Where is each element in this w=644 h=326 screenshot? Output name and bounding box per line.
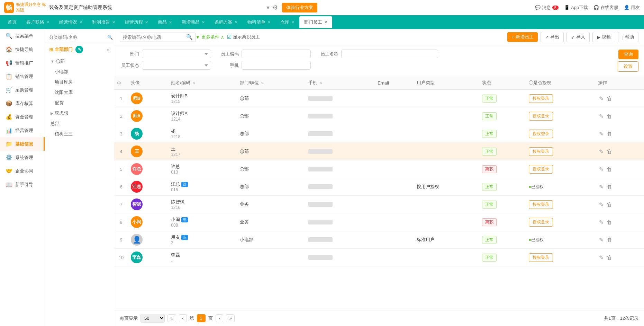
current-page-button[interactable]: 1 — [197, 314, 206, 322]
tab-new-goods[interactable]: 新增商品 ✕ — [177, 16, 210, 28]
more-filter-button[interactable]: ▼ 更多条件 ∧ — [196, 34, 224, 40]
delete-button[interactable]: 🗑 — [607, 202, 612, 208]
col-settings-btn[interactable]: ⚙ — [114, 76, 128, 90]
delete-button[interactable]: 🗑 — [607, 166, 612, 172]
close-icon[interactable]: ✕ — [169, 20, 172, 25]
tab-history[interactable]: 经营历程 ✕ — [120, 16, 153, 28]
last-page-button[interactable]: » — [226, 314, 235, 322]
edit-button[interactable]: ✎ — [599, 202, 604, 208]
delete-button[interactable]: 🗑 — [607, 255, 612, 261]
sidebar-item-nav[interactable]: 🏠 快捷导航 — [0, 43, 45, 56]
sidebar-item-finance[interactable]: 💰 资金管理 — [0, 110, 45, 124]
dept-node-shuanglv[interactable]: ▶ 双虑想 — [45, 108, 114, 118]
sidebar-item-guide[interactable]: 📖 新手引导 — [0, 178, 45, 191]
show-resigned-toggle[interactable]: ☑ 显示离职员工 — [227, 34, 260, 40]
sidebar-item-basic[interactable]: 📁 基础信息 — [0, 137, 45, 151]
edit-button[interactable]: ✎ — [599, 237, 604, 243]
tab-barcode[interactable]: 条码方案 ✕ — [210, 16, 243, 28]
settings-gear-icon[interactable]: ⚙ — [117, 80, 121, 86]
sort-icon-phone[interactable]: ⇅ — [319, 81, 322, 85]
dept-node-xbd[interactable]: 小电部 — [45, 67, 114, 77]
auth-login-button[interactable]: 授权登录 — [529, 200, 553, 209]
auth-login-button[interactable]: 授权登录 — [529, 112, 553, 121]
sidebar-item-system[interactable]: ⚙️ 系统管理 — [0, 151, 45, 164]
close-icon[interactable]: ✕ — [267, 20, 271, 25]
sidebar-item-cooperation[interactable]: 🤝 企业协同 — [0, 164, 45, 178]
emp-status-select[interactable] — [142, 61, 211, 70]
dept-filter-select[interactable] — [142, 50, 211, 58]
edit-button[interactable]: ✎ — [599, 113, 604, 119]
emp-code-input[interactable] — [242, 50, 311, 58]
delete-button[interactable]: 🗑 — [607, 219, 612, 225]
app-download-btn[interactable]: 📱 App下载 — [564, 5, 588, 11]
emp-name-input[interactable] — [341, 50, 438, 58]
trial-button[interactable]: 体验行业方案 — [282, 3, 317, 12]
dept-search-icon[interactable]: 🔍 — [107, 35, 113, 40]
edit-button[interactable]: ✎ — [599, 166, 604, 172]
dept-node-project[interactable]: 项目库房 — [45, 77, 114, 87]
tab-home[interactable]: 首页 — [3, 16, 21, 28]
dept-node-delivery[interactable]: 配货 — [45, 98, 114, 108]
auth-login-button[interactable]: 授权登录 — [529, 130, 553, 138]
tab-operation[interactable]: 经营情况 ✕ — [54, 16, 87, 28]
sidebar-item-sales[interactable]: 📋 销售管理 — [0, 70, 45, 83]
close-icon[interactable]: ✕ — [79, 20, 82, 25]
edit-button[interactable]: ✎ — [599, 149, 604, 155]
close-icon[interactable]: ✕ — [235, 20, 238, 25]
tab-customer[interactable]: 客户联络 ✕ — [21, 16, 54, 28]
delete-button[interactable]: 🗑 — [607, 96, 612, 102]
tab-department[interactable]: 部门员工 ✕ — [299, 16, 332, 28]
close-icon[interactable]: ✕ — [112, 20, 115, 25]
tab-goods[interactable]: 商品 ✕ — [153, 16, 177, 28]
import-button[interactable]: ↙ 导入 — [566, 32, 590, 42]
sidebar-item-operation[interactable]: 📊 经营管理 — [0, 124, 45, 137]
auth-login-button[interactable]: 授权登录 — [529, 147, 553, 156]
dept-node-plant[interactable]: 植树王三 — [45, 129, 114, 139]
sidebar-item-purchase[interactable]: 🛒 采购管理 — [0, 83, 45, 97]
close-icon[interactable]: ✕ — [145, 20, 148, 25]
edit-button[interactable]: ✎ — [599, 255, 604, 261]
video-button[interactable]: ▶ 视频 — [592, 32, 615, 42]
delete-button[interactable]: 🗑 — [607, 113, 612, 119]
edit-button[interactable]: ✎ — [599, 131, 604, 137]
close-icon[interactable]: ✕ — [291, 20, 294, 25]
set-button[interactable]: 设置 — [618, 61, 638, 72]
tab-profit[interactable]: 利润报告 ✕ — [87, 16, 120, 28]
next-page-button[interactable]: › — [216, 314, 223, 322]
settings-icon[interactable]: ⚙ — [272, 4, 278, 11]
auth-login-button[interactable]: 授权登录 — [529, 94, 553, 103]
dropdown-icon[interactable]: ▾ — [266, 4, 270, 11]
per-page-select[interactable]: 50 20 100 — [140, 314, 165, 323]
online-service-btn[interactable]: 🎧 在线客服 — [593, 5, 618, 11]
sort-icon-name[interactable]: ⇅ — [192, 81, 195, 85]
auth-login-button[interactable]: 授权登录 — [529, 165, 553, 174]
close-icon[interactable]: ✕ — [202, 20, 205, 25]
export-button[interactable]: ↗ 导出 — [541, 32, 564, 42]
dept-node-hq-parent[interactable]: ▼ 总部 — [45, 56, 114, 67]
edit-button[interactable]: ✎ — [599, 184, 604, 190]
query-button[interactable]: 查询 — [618, 50, 638, 59]
delete-button[interactable]: 🗑 — [607, 237, 612, 243]
dept-node-hq2[interactable]: 总部 — [45, 118, 114, 129]
message-btn[interactable]: 💬 消息 5 — [535, 5, 559, 11]
help-button[interactable]: | 帮助 — [618, 32, 638, 42]
dept-search-input[interactable] — [49, 35, 107, 40]
search-input[interactable] — [120, 33, 196, 42]
close-icon[interactable]: ✕ — [46, 20, 49, 25]
sidebar-item-search[interactable]: 🔍 搜索菜单 — [0, 29, 45, 43]
phone-input[interactable] — [242, 61, 311, 70]
add-employee-button[interactable]: + 新增员工 — [507, 32, 537, 42]
prev-page-button[interactable]: ‹ — [179, 314, 187, 322]
delete-button[interactable]: 🗑 — [607, 184, 612, 190]
sidebar-item-inventory[interactable]: 📦 库存核算 — [0, 97, 45, 110]
user-area[interactable]: 👤 用友 — [624, 5, 640, 11]
sidebar-item-marketing[interactable]: 📢 营销推广 — [0, 56, 45, 70]
close-icon[interactable]: ✕ — [324, 20, 327, 25]
delete-button[interactable]: 🗑 — [607, 149, 612, 155]
search-submit-button[interactable]: 🔍 — [186, 34, 193, 40]
dept-edit-icon[interactable]: ✎ — [75, 46, 83, 53]
first-page-button[interactable]: « — [167, 314, 176, 322]
edit-button[interactable]: ✎ — [599, 219, 604, 225]
sort-icon-dept[interactable]: ⇅ — [261, 81, 264, 85]
auth-login-button[interactable]: 授权登录 — [529, 218, 553, 227]
